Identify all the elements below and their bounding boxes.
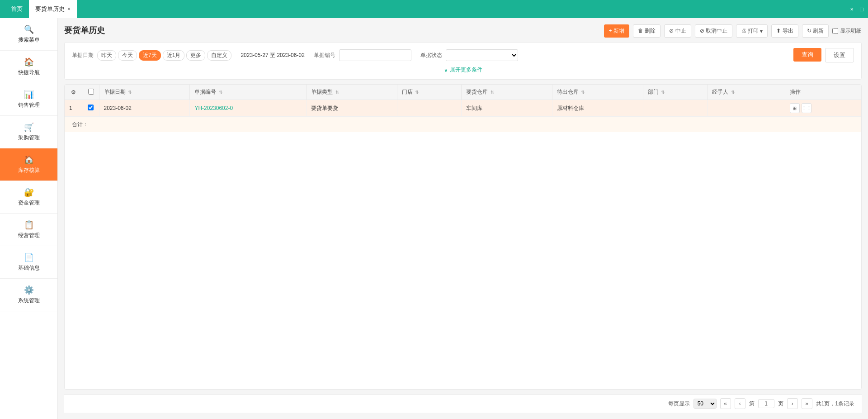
col-store[interactable]: 门店 ⇅	[397, 85, 462, 100]
sidebar-item-finance-label: 资金管理	[18, 199, 40, 207]
docno-link[interactable]: YH-20230602-0	[194, 105, 233, 111]
status-filter-label: 单据状态	[420, 52, 442, 59]
col-doctype-sort-icon: ⇅	[335, 90, 339, 95]
top-bar: 首页 要货单历史 × × □	[0, 0, 868, 18]
display-toggle-checkbox[interactable]	[832, 28, 838, 34]
page-title: 要货单历史	[64, 25, 105, 36]
table-body: 1 2023-06-02 YH-20230602-0 要货单要货 车间库 原材料…	[65, 100, 861, 117]
col-handler-sort-icon: ⇅	[731, 90, 735, 95]
sidebar-item-shortcut[interactable]: 🏠 快捷导航	[0, 51, 57, 83]
refresh-button-label: ↻ 刷新	[807, 27, 824, 35]
display-toggle: 显示明细	[832, 27, 862, 35]
col-handler[interactable]: 经手人 ⇅	[708, 85, 785, 100]
cell-handler	[708, 100, 785, 117]
next-page-btn[interactable]: ›	[787, 398, 798, 409]
sales-icon: 📊	[24, 90, 34, 100]
sidebar-item-inventory[interactable]: 🏠 库存核算	[0, 148, 57, 181]
sidebar-item-sales[interactable]: 📊 销售管理	[0, 83, 57, 116]
expand-more-label: 展开更多条件	[450, 66, 482, 74]
last-page-btn[interactable]: »	[802, 398, 812, 409]
home-icon: 🏠	[24, 57, 34, 67]
date-btn-yesterday[interactable]: 昨天	[97, 50, 116, 61]
sidebar-item-search-label: 搜索菜单	[18, 36, 40, 44]
date-range-value: 2023-05-27 至 2023-06-02	[241, 52, 304, 59]
prev-page-btn[interactable]: ‹	[735, 398, 745, 409]
col-store-label: 门店	[402, 89, 413, 95]
cell-store	[397, 100, 462, 117]
expand-more[interactable]: ∨ 展开更多条件	[72, 66, 854, 74]
col-dept[interactable]: 部门 ⇅	[643, 85, 707, 100]
new-button-label: + 新增	[609, 27, 624, 35]
docno-filter-input[interactable]	[339, 49, 411, 61]
new-button[interactable]: + 新增	[604, 24, 629, 38]
sidebar-item-base-label: 基础信息	[18, 264, 40, 272]
cell-reqwarehouse: 车间库	[462, 100, 552, 117]
tab-home-label: 首页	[11, 5, 23, 13]
col-checkbox	[83, 85, 99, 100]
top-bar-right: × □	[850, 6, 863, 13]
col-reqwarehouse[interactable]: 要货仓库 ⇅	[462, 85, 552, 100]
refresh-button[interactable]: ↻ 刷新	[802, 24, 829, 38]
select-all-checkbox[interactable]	[88, 89, 94, 95]
sidebar-item-finance[interactable]: 🔐 资金管理	[0, 181, 57, 214]
row-checkbox[interactable]	[88, 105, 94, 110]
tab-history[interactable]: 要货单历史 ×	[29, 0, 77, 18]
col-settings[interactable]: ⚙	[65, 85, 83, 100]
col-docno-sort-icon: ⇅	[219, 90, 222, 95]
page-size-select[interactable]: 50 10 20 100	[693, 399, 717, 409]
date-btn-custom[interactable]: 自定义	[207, 50, 231, 61]
window-close-btn[interactable]: ×	[850, 6, 854, 13]
col-date-sort-icon: ⇅	[128, 90, 132, 95]
cell-ops: ⊞ ⋮⋮	[785, 100, 861, 117]
page-number-input[interactable]	[758, 399, 774, 408]
sidebar-item-search[interactable]: 🔍 搜索菜单	[0, 18, 57, 51]
sidebar-item-operation[interactable]: 📋 经营管理	[0, 214, 57, 246]
status-filter-select[interactable]	[446, 49, 518, 61]
sidebar-item-system-label: 系统管理	[18, 297, 40, 305]
print-button[interactable]: 🖨 打印 ▾	[736, 24, 768, 38]
filter-row: 单据日期 昨天 今天 近7天 近1月 更多 自定义 2023-05-27 至 2…	[72, 48, 854, 62]
col-docno[interactable]: 单据编号 ⇅	[190, 85, 307, 100]
tab-history-close[interactable]: ×	[67, 6, 71, 12]
date-btn-7days[interactable]: 近7天	[139, 50, 161, 61]
sidebar-item-system[interactable]: ⚙️ 系统管理	[0, 279, 57, 311]
sidebar-item-inventory-label: 库存核算	[18, 167, 40, 174]
pagination: 每页显示 50 10 20 100 « ‹ 第 页 › » 共1页，1条记录	[64, 394, 862, 413]
col-pendingwarehouse[interactable]: 待出仓库 ⇅	[552, 85, 643, 100]
docno-filter-label: 单据编号	[314, 52, 335, 59]
finance-icon: 🔐	[24, 187, 34, 197]
cell-date: 2023-06-02	[99, 100, 190, 117]
print-dropdown-icon[interactable]: ▾	[760, 28, 763, 34]
sidebar-item-purchase[interactable]: 🛒 采购管理	[0, 116, 57, 148]
delete-button[interactable]: 🗑 删除	[633, 24, 660, 38]
query-button[interactable]: 查询	[793, 48, 821, 62]
date-btn-more[interactable]: 更多	[186, 50, 205, 61]
print-button-label: 🖨 打印	[741, 27, 759, 35]
total-info: 共1页，1条记录	[816, 400, 854, 408]
tab-home[interactable]: 首页	[5, 0, 29, 18]
col-reqwarehouse-sort-icon: ⇅	[491, 90, 494, 95]
col-date-label: 单据日期	[104, 89, 126, 95]
window-maximize-btn[interactable]: □	[860, 6, 863, 13]
sidebar-item-base[interactable]: 📄 基础信息	[0, 246, 57, 279]
first-page-btn[interactable]: «	[720, 398, 731, 409]
col-date[interactable]: 单据日期 ⇅	[99, 85, 190, 100]
cell-checkbox	[83, 100, 99, 117]
row-view-btn[interactable]: ⊞	[790, 103, 800, 113]
date-btn-1month[interactable]: 近1月	[163, 50, 185, 61]
date-btn-today[interactable]: 今天	[118, 50, 137, 61]
col-doctype[interactable]: 单据类型 ⇅	[307, 85, 397, 100]
stop-button[interactable]: ⊘ 中止	[664, 24, 691, 38]
status-filter-item: 单据状态	[420, 49, 518, 61]
sidebar: 🔍 搜索菜单 🏠 快捷导航 📊 销售管理 🛒 采购管理 🏠 库存核算 🔐 资金管…	[0, 18, 58, 419]
col-docno-label: 单据编号	[194, 89, 216, 95]
cancel-stop-button[interactable]: ⊘ 取消中止	[695, 24, 732, 38]
date-filter-item: 单据日期 昨天 今天 近7天 近1月 更多 自定义	[72, 50, 231, 61]
table-header-row: ⚙ 单据日期 ⇅ 单据编号 ⇅ 单据类型	[65, 85, 861, 100]
date-range-display: 2023-05-27 至 2023-06-02	[241, 52, 304, 59]
export-button[interactable]: ⬆ 导出	[771, 24, 798, 38]
setting-button[interactable]: 设置	[825, 48, 854, 62]
setting-button-label: 设置	[834, 52, 845, 58]
row-more-btn[interactable]: ⋮⋮	[802, 103, 811, 113]
sidebar-item-operation-label: 经营管理	[18, 232, 40, 239]
